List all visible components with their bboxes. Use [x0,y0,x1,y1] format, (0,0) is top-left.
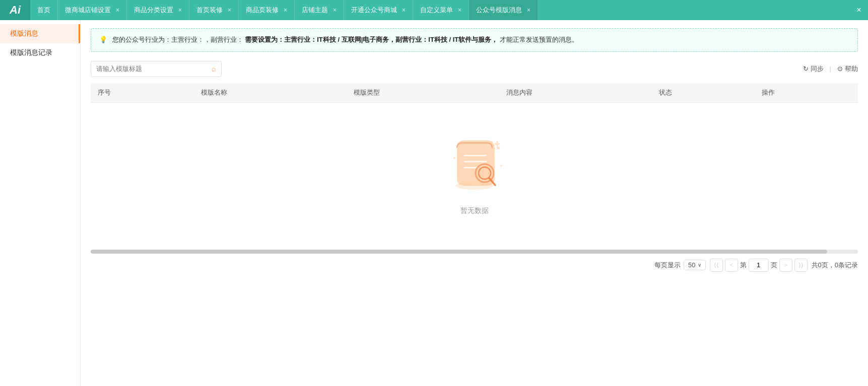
help-icon: ⊙ [837,65,843,72]
sidebar-item-label: 模版消息记录 [10,48,52,56]
prev-page-button[interactable]: ＜ [725,259,738,272]
chevron-down-icon: ∨ [698,262,701,268]
nav-tab-home-decor[interactable]: 首页装修× [189,0,239,20]
sync-button[interactable]: ↻ 同步 [803,64,824,73]
close-tab-button[interactable]: × [284,7,287,14]
search-icon[interactable]: ⌕ [212,64,216,73]
help-label: 帮助 [845,64,858,73]
page-size-dropdown[interactable]: 50 ∨ [684,260,705,270]
divider: | [830,65,831,72]
nav-tab-label: 首页装修 [196,6,223,15]
close-tab-button[interactable]: × [333,7,337,14]
nav-tab-label: 微商城店铺设置 [65,6,111,15]
close-tab-button[interactable]: × [402,7,406,14]
close-tab-button[interactable]: × [527,7,530,14]
page-size-value: 50 [688,261,695,269]
empty-illustration [442,133,507,198]
next-page-button[interactable]: ＞ [779,259,792,272]
close-all-button[interactable]: × [850,0,868,20]
total-label: 共0页，0条记录 [812,261,858,270]
horizontal-scrollbar[interactable] [91,250,858,254]
sidebar-item-template-msg[interactable]: 模版消息 [0,24,80,43]
page-suffix-label: 页 [771,261,777,270]
notice-box: 💡 您的公众号行业为：主营行业：，副营行业： 需要设置为：主营行业：IT科技 /… [91,28,858,52]
nav-tab-store-settings[interactable]: 微商城店铺设置× [58,0,127,20]
close-tab-button[interactable]: × [228,7,231,14]
svg-point-9 [500,165,502,167]
main-content: 💡 您的公众号行业为：主营行业：，副营行业： 需要设置为：主营行业：IT科技 /… [81,20,868,386]
notice-icon: 💡 [99,36,107,43]
search-actions: ↻ 同步 | ⊙ 帮助 [803,64,858,73]
empty-state: 暂无数据 [91,103,858,246]
close-tab-button[interactable]: × [116,7,119,14]
layout: 模版消息模版消息记录 💡 您的公众号行业为：主营行业：，副营行业： 需要设置为：… [0,20,868,386]
page-size-select: 每页显示 50 ∨ [654,260,705,270]
nav-tab-custom-menu[interactable]: 自定义菜单× [413,0,469,20]
help-button[interactable]: ⊙ 帮助 [837,64,858,73]
nav-tab-label: 商品页装修 [246,6,279,15]
sidebar-item-label: 模版消息 [10,29,38,37]
page-prefix-label: 第 [740,261,747,270]
table-wrap: 序号模版名称模版类型消息内容状态操作 [91,83,858,246]
nav-tab-label: 公众号模版消息 [476,6,522,15]
search-wrap: ⌕ [91,61,222,77]
col-header-seq: 序号 [91,83,194,103]
first-page-button[interactable]: ⟨⟨ [710,259,723,272]
nav-tab-product-page-decor[interactable]: 商品页装修× [239,0,295,20]
svg-point-8 [453,157,455,159]
nav-tab-label: 首页 [37,6,50,15]
close-tab-button[interactable]: × [178,7,182,14]
sidebar-item-template-msg-log[interactable]: 模版消息记录 [0,43,80,62]
notice-prefix: 您的公众号行业为：主营行业：，副营行业： [112,36,243,43]
table-body: 暂无数据 [91,102,858,246]
page-size-label: 每页显示 [654,261,681,270]
logo: Ai [0,0,30,20]
search-row: ⌕ ↻ 同步 | ⊙ 帮助 [91,61,858,77]
nav-tab-home[interactable]: 首页 [30,0,58,20]
table-header-row: 序号模版名称模版类型消息内容状态操作 [91,83,858,103]
top-nav: Ai 首页微商城店铺设置×商品分类设置×首页装修×商品页装修×店铺主题×开通公众… [0,0,868,20]
sync-icon: ↻ [803,65,809,72]
nav-tab-label: 自定义菜单 [420,6,453,15]
empty-text: 暂无数据 [460,206,489,215]
col-header-template-name: 模版名称 [194,83,347,103]
data-table: 序号模版名称模版类型消息内容状态操作 [91,83,858,246]
notice-suffix: 才能正常发送预置的消息。 [500,36,578,43]
nav-tab-label: 商品分类设置 [134,6,173,15]
empty-row: 暂无数据 [91,102,858,246]
sync-label: 同步 [811,64,824,73]
col-header-status: 状态 [652,83,755,103]
page-number-input[interactable] [749,259,769,272]
col-header-template-type: 模版类型 [347,83,499,103]
nav-tab-product-category[interactable]: 商品分类设置× [127,0,189,20]
page-nav: ⟨⟨ ＜ 第 页 ＞ ⟩⟩ [710,259,808,272]
sidebar: 模版消息模版消息记录 [0,20,81,386]
search-input[interactable] [96,65,212,72]
nav-tab-store-theme[interactable]: 店铺主题× [295,0,344,20]
last-page-button[interactable]: ⟩⟩ [794,259,808,272]
close-tab-button[interactable]: × [458,7,461,14]
nav-tab-open-mall[interactable]: 开通公众号商城× [344,0,413,20]
table-header: 序号模版名称模版类型消息内容状态操作 [91,83,858,103]
col-header-action: 操作 [755,83,858,103]
notice-highlight: 需要设置为：主营行业：IT科技 / 互联网|电子商务，副营行业：IT科技 / I… [245,36,498,43]
nav-tab-label: 开通公众号商城 [351,6,397,15]
nav-tab-label: 店铺主题 [302,6,328,15]
nav-tabs: 首页微商城店铺设置×商品分类设置×首页装修×商品页装修×店铺主题×开通公众号商城… [30,0,850,20]
nav-tab-template-msg[interactable]: 公众号模版消息× [469,0,538,20]
pagination: 每页显示 50 ∨ ⟨⟨ ＜ 第 页 ＞ ⟩⟩ 共0页，0条记录 [91,259,858,272]
col-header-msg-content: 消息内容 [499,83,652,103]
scrollbar-thumb [91,250,827,254]
